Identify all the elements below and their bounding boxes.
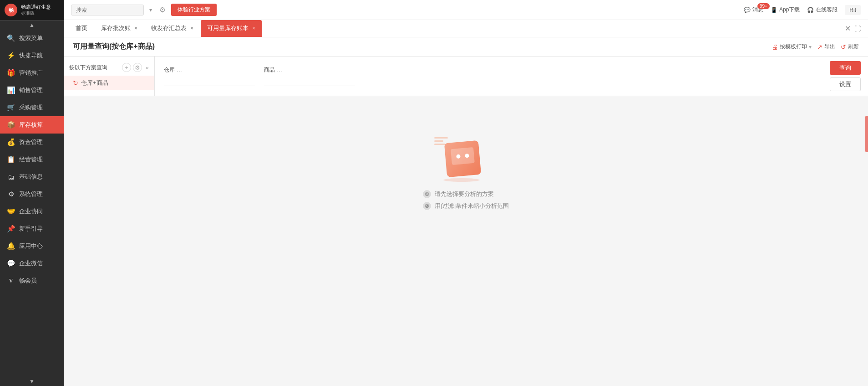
query-fields: 仓库 … 商品 … [155,57,822,96]
sidebar-item-finance[interactable]: 💰 资金管理 [0,134,64,151]
sidebar-item-label: 营销推广 [19,69,43,77]
tab-batch[interactable]: 库存批次账 × [95,20,144,37]
sidebar-subtitle: 标准版 [21,10,51,16]
sidebar-item-label: 采购管理 [19,103,43,112]
product-input[interactable] [264,76,355,86]
tabbar: 首页 库存批次账 × 收发存汇总表 × 可用量库存账本 × ✕ ⛶ [64,20,868,37]
inventory-icon: 📦 [6,121,15,129]
chevron-down-icon[interactable]: ▾ [149,7,152,13]
query-area: 按以下方案查询 + ⚙ « ↻ 仓库+商品 仓库 … [64,57,868,96]
notice-badge: 99+ [757,3,770,9]
hint-num-1: ① [423,190,431,198]
search-button[interactable]: 查询 [830,61,861,75]
service-label: 在线客服 [816,6,838,14]
sidebar: 畅 畅康通好生意 标准版 ▲ 🔍 搜索菜单 ⚡ 快捷导航 🎁 营销推广 📊 销售… [0,0,64,386]
hint-num-2: ② [423,202,431,210]
query-settings-button[interactable]: 设置 [830,77,861,91]
sidebar-item-label: 搜索菜单 [19,34,43,42]
gift-icon: 🎁 [6,69,15,77]
product-more-icon[interactable]: … [277,67,282,73]
query-scheme-header: 按以下方案查询 + ⚙ « [64,61,154,76]
empty-state: ① 请先选择要分析的方案 ② 用[过滤]条件来缩小分析范围 [64,96,868,247]
finance-icon: 💰 [6,138,15,146]
basic-icon: 🗂 [6,173,15,181]
shortcut-icon: ⚡ [6,51,15,60]
sidebar-item-newbie[interactable]: 📌 新手引导 [0,220,64,237]
tab-summary-close[interactable]: × [190,25,193,31]
scheme-item-warehouse-product[interactable]: ↻ 仓库+商品 [64,76,154,90]
app-download-button[interactable]: 📱 App下载 [771,6,800,14]
scheme-label: 按以下方案查询 [69,64,107,72]
page-actions: 🖨 按模板打印 ▾ ↗ 导出 ↺ 刷新 [772,43,859,51]
tab-summary-label: 收发存汇总表 [151,24,187,32]
sidebar-item-enterprise[interactable]: 🤝 企业协同 [0,203,64,220]
tab-available-close[interactable]: × [252,25,255,31]
tab-batch-label: 库存批次账 [101,24,131,32]
sidebar-item-wechat[interactable]: 💬 企业微信 [0,255,64,272]
sidebar-item-operations[interactable]: 📋 经营管理 [0,151,64,168]
sidebar-item-appstore[interactable]: 🔔 应用中心 [0,237,64,255]
appstore-icon: 🔔 [6,242,15,250]
tab-summary[interactable]: 收发存汇总表 × [145,20,200,37]
sidebar-item-system[interactable]: ⚙ 系统管理 [0,185,64,203]
sidebar-item-sales[interactable]: 📊 销售管理 [0,82,64,99]
hint-text-2: 用[过滤]条件来缩小分析范围 [435,202,509,210]
tabbar-expand-button[interactable]: ⛶ [854,25,861,32]
refresh-label: 刷新 [848,43,859,51]
sidebar-item-label: 企业微信 [19,259,43,268]
tabbar-right: ✕ ⛶ [845,20,863,37]
empty-shadow [443,178,480,182]
page-header: 可用量查询(按仓库+商品) 🖨 按模板打印 ▾ ↗ 导出 ↺ 刷新 [64,37,868,57]
query-scheme: 按以下方案查询 + ⚙ « ↻ 仓库+商品 [64,57,155,96]
sidebar-item-label: 应用中心 [19,242,43,250]
sidebar-item-label: 快捷导航 [19,51,43,60]
notice-icon: 💬 [744,7,751,13]
refresh-button[interactable]: ↺ 刷新 [841,43,859,51]
empty-hints: ① 请先选择要分析的方案 ② 用[过滤]条件来缩小分析范围 [423,190,509,210]
tabbar-close-button[interactable]: ✕ [845,24,851,33]
sidebar-item-purchase[interactable]: 🛒 采购管理 [0,99,64,116]
empty-hint-2: ② 用[过滤]条件来缩小分析范围 [423,202,509,210]
tab-home-label: 首页 [76,24,87,32]
empty-eye-left [456,154,460,159]
scheme-collapse-icon[interactable]: « [146,64,149,71]
enterprise-icon: 🤝 [6,207,15,216]
operations-icon: 📋 [6,155,15,164]
sidebar-scroll-down[interactable]: ▼ [0,377,64,386]
sidebar-item-label: 销售管理 [19,86,43,94]
empty-hint-1: ① 请先选择要分析的方案 [423,190,509,198]
wechat-icon: 💬 [6,259,15,268]
sidebar-scroll-up[interactable]: ▲ [0,21,64,30]
sidebar-item-basic[interactable]: 🗂 基础信息 [0,168,64,185]
print-label: 按模板打印 [780,43,807,51]
app-label: App下载 [779,6,800,14]
scheme-settings-button[interactable]: ⚙ [133,63,142,72]
industry-btn[interactable]: 体验行业方案 [171,4,217,16]
tab-available[interactable]: 可用量库存账本 × [201,20,262,37]
user-menu[interactable]: Rit [845,5,861,15]
scheme-add-button[interactable]: + [122,63,131,72]
tab-batch-close[interactable]: × [134,25,137,31]
gear-icon[interactable]: ⚙ [159,5,166,14]
print-button[interactable]: 🖨 按模板打印 ▾ [772,43,812,51]
product-field-label: 商品 … [264,66,355,74]
notice-button[interactable]: 💬 消息 99+ [744,6,763,14]
sidebar-item-shortcut[interactable]: ⚡ 快捷导航 [0,47,64,64]
print-icon: 🖨 [772,43,778,51]
page-title: 可用量查询(按仓库+商品) [73,42,155,51]
sidebar-item-search[interactable]: 🔍 搜索菜单 [0,30,64,47]
export-button[interactable]: ↗ 导出 [817,43,835,51]
tab-available-label: 可用量库存账本 [207,24,249,32]
newbie-icon: 📌 [6,225,15,233]
warehouse-input[interactable] [164,76,255,86]
sidebar-item-marketing[interactable]: 🎁 营销推广 [0,64,64,82]
warehouse-more-icon[interactable]: … [177,67,182,73]
search-input[interactable] [71,5,144,15]
sidebar-item-inventory[interactable]: 📦 库存核算 [0,116,64,134]
sidebar-item-label: 畅会员 [19,277,37,285]
scroll-indicator [865,116,868,152]
sidebar-item-member[interactable]: V 畅会员 [0,272,64,289]
sidebar-item-label: 库存核算 [19,121,43,129]
tab-home[interactable]: 首页 [69,20,94,37]
service-button[interactable]: 🎧 在线客服 [807,6,838,14]
